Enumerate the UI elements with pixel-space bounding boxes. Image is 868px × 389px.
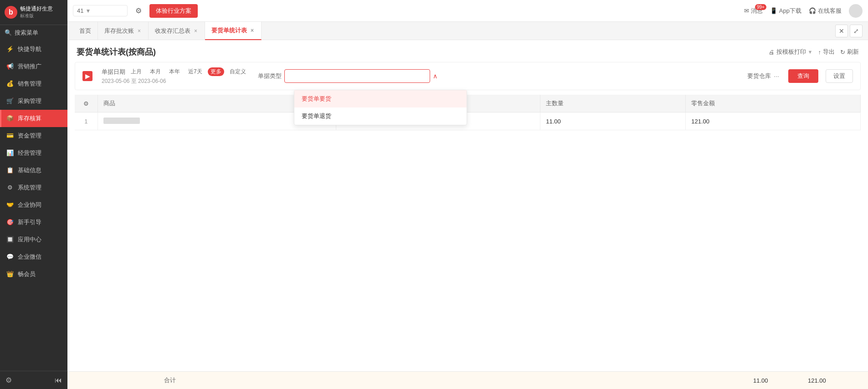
refresh-label: 刷新 bbox=[847, 48, 859, 56]
type-select-input[interactable] bbox=[284, 69, 430, 83]
logo-text-block: 畅捷通好生意 标准版 bbox=[20, 5, 53, 19]
app-download-label: App下载 bbox=[779, 7, 801, 15]
dropdown-order-goods-label: 要货单要货 bbox=[302, 95, 331, 102]
sidebar-item-member[interactable]: 👑 畅会员 bbox=[0, 266, 67, 283]
quick-nav-icon: ⚡ bbox=[6, 45, 14, 53]
finance-icon: 💳 bbox=[6, 132, 14, 140]
sidebar-item-system[interactable]: ⚙ 系统管理 bbox=[0, 179, 67, 196]
inventory-label: 库存核算 bbox=[18, 114, 41, 123]
date-label: 单据日期 bbox=[102, 68, 125, 76]
enterprise-collab-label: 企业协同 bbox=[18, 201, 41, 209]
tab-order-stats-close[interactable]: × bbox=[250, 26, 255, 35]
sidebar-item-app-center[interactable]: 🔲 应用中心 bbox=[0, 231, 67, 248]
enterprise-collab-icon: 🤝 bbox=[6, 201, 14, 209]
app-download-icon: 📱 bbox=[770, 7, 777, 14]
page-title: 要货单统计表(按商品) bbox=[77, 46, 156, 57]
search-menu-label: 搜索菜单 bbox=[15, 29, 38, 37]
sidebar-item-finance[interactable]: 💳 资金管理 bbox=[0, 127, 67, 144]
sidebar-item-inventory[interactable]: 📦 库存核算 bbox=[0, 110, 67, 127]
table-footer: 合计 11.00 121.00 bbox=[67, 371, 868, 389]
online-service-btn[interactable]: 🎧 在线客服 bbox=[809, 7, 842, 15]
sidebar-item-basic-info[interactable]: 📋 基础信息 bbox=[0, 162, 67, 179]
table-body: 1 块 11.00 121.00 bbox=[75, 113, 861, 130]
tab-inventory-batch-close[interactable]: × bbox=[137, 27, 142, 35]
date-btn-more[interactable]: 更多 bbox=[208, 67, 224, 76]
sidebar-item-enterprise-collab[interactable]: 🤝 企业协同 bbox=[0, 196, 67, 214]
date-btn-this-year[interactable]: 本年 bbox=[166, 67, 183, 77]
dropdown-item-order-return[interactable]: 要货单退货 bbox=[294, 107, 467, 125]
sidebar-search-menu[interactable]: 🔍 搜索菜单 bbox=[0, 25, 67, 41]
filter-date-group: 单据日期 上月 本月 本年 近7天 更多 自定义 2023-05-06 至 20… bbox=[102, 67, 249, 85]
sidebar-item-operations[interactable]: 📊 经营管理 bbox=[0, 144, 67, 162]
filter-expand-btn[interactable]: ▶ bbox=[82, 71, 92, 81]
inventory-icon: 📦 bbox=[6, 114, 14, 123]
message-icon: ✉ bbox=[744, 7, 749, 14]
finance-label: 资金管理 bbox=[18, 132, 41, 140]
date-btn-last-7[interactable]: 近7天 bbox=[185, 67, 205, 77]
dropdown-item-order-goods[interactable]: 要货单要货 bbox=[294, 90, 467, 107]
export-btn[interactable]: ↑ 导出 bbox=[818, 48, 835, 56]
marketing-icon: 📢 bbox=[6, 62, 14, 71]
set-btn[interactable]: 设置 bbox=[826, 69, 853, 83]
trial-btn[interactable]: 体验行业方案 bbox=[149, 4, 198, 18]
top-bar: 41 ▼ ⚙ 体验行业方案 ✉ 消息 99+ 📱 App下载 🎧 在线客服 bbox=[67, 0, 868, 22]
company-num: 41 bbox=[77, 7, 83, 14]
new-guide-icon: 🎯 bbox=[6, 218, 14, 226]
date-btn-this-month[interactable]: 本月 bbox=[147, 67, 164, 77]
company-name: 畅捷通好生意 bbox=[20, 5, 53, 13]
page-header: 要货单统计表(按商品) 🖨 按模板打印 ▼ ↑ 导出 ↻ 刷新 bbox=[67, 40, 868, 62]
page-content: 要货单统计表(按商品) 🖨 按模板打印 ▼ ↑ 导出 ↻ 刷新 bbox=[67, 40, 868, 389]
member-label: 畅会员 bbox=[18, 270, 36, 278]
col-amount: 零售金额 bbox=[686, 95, 861, 113]
purchase-icon: 🛒 bbox=[6, 97, 14, 105]
app-center-icon: 🔲 bbox=[6, 235, 14, 244]
cell-quantity: 11.00 bbox=[540, 113, 686, 130]
tab-close-all-btn[interactable]: ✕ bbox=[835, 25, 848, 37]
type-chevron-icon[interactable]: ∧ bbox=[433, 72, 437, 80]
tabs-bar: 首页 库存批次账 × 收发存汇总表 × 要货单统计表 × ✕ ⤢ bbox=[67, 22, 868, 40]
tab-receivable-summary[interactable]: 收发存汇总表 × bbox=[149, 22, 205, 40]
col-settings[interactable]: ⚙ bbox=[75, 95, 98, 113]
sidebar-logo: b 畅捷通好生意 标准版 bbox=[0, 0, 67, 25]
sidebar-item-purchase[interactable]: 🛒 采购管理 bbox=[0, 92, 67, 110]
tab-inventory-batch[interactable]: 库存批次账 × bbox=[98, 22, 149, 40]
app-download-btn[interactable]: 📱 App下载 bbox=[770, 7, 801, 15]
dropdown-order-return-label: 要货单退货 bbox=[302, 113, 331, 119]
basic-info-icon: 📋 bbox=[6, 166, 14, 174]
message-btn[interactable]: ✉ 消息 99+ bbox=[744, 7, 763, 15]
sidebar-item-enterprise-wechat[interactable]: 💬 企业微信 bbox=[0, 248, 67, 266]
warehouse-more-icon[interactable]: ··· bbox=[774, 72, 779, 80]
date-btn-last-month[interactable]: 上月 bbox=[128, 67, 144, 77]
company-selector[interactable]: 41 ▼ bbox=[73, 5, 128, 16]
sidebar-item-new-guide[interactable]: 🎯 新手引导 bbox=[0, 214, 67, 231]
query-btn[interactable]: 查询 bbox=[788, 69, 818, 83]
page-header-actions: 🖨 按模板打印 ▼ ↑ 导出 ↻ 刷新 bbox=[769, 48, 859, 56]
print-btn[interactable]: 🖨 按模板打印 ▼ bbox=[769, 48, 813, 56]
tab-expand-btn[interactable]: ⤢ bbox=[850, 25, 863, 37]
data-table: ⚙ 商品 主计量单位 主数量 零售金额 1 块 11.00 bbox=[75, 95, 861, 130]
topbar-settings-btn[interactable]: ⚙ bbox=[131, 4, 146, 18]
sidebar-bottom: ⚙ ⏮ bbox=[0, 371, 67, 389]
sidebar-item-marketing[interactable]: 📢 营销推广 bbox=[0, 58, 67, 75]
tab-home[interactable]: 首页 bbox=[73, 22, 98, 40]
tab-order-stats-label: 要货单统计表 bbox=[211, 26, 247, 35]
cell-num: 1 bbox=[75, 113, 98, 130]
collapse-btn[interactable]: ⏮ bbox=[55, 376, 62, 384]
sidebar-item-quick-nav[interactable]: ⚡ 快捷导航 bbox=[0, 41, 67, 58]
refresh-btn[interactable]: ↻ 刷新 bbox=[840, 48, 859, 56]
tab-order-stats[interactable]: 要货单统计表 × bbox=[205, 22, 262, 40]
export-icon: ↑ bbox=[818, 49, 822, 56]
tab-receivable-summary-close[interactable]: × bbox=[193, 27, 198, 35]
enterprise-wechat-icon: 💬 bbox=[6, 253, 14, 261]
version-label: 标准版 bbox=[20, 13, 53, 19]
date-btn-custom[interactable]: 自定义 bbox=[227, 67, 249, 77]
settings-icon[interactable]: ⚙ bbox=[5, 376, 12, 384]
sidebar-nav: ⚡ 快捷导航 📢 营销推广 💰 销售管理 🛒 采购管理 📦 库存核算 💳 资金管… bbox=[0, 41, 67, 371]
user-avatar[interactable] bbox=[849, 4, 863, 18]
sidebar-item-sales[interactable]: 💰 销售管理 bbox=[0, 75, 67, 92]
export-label: 导出 bbox=[823, 48, 835, 56]
filter-warehouse-group: 要货仓库 ··· bbox=[747, 72, 779, 80]
top-bar-right: ✉ 消息 99+ 📱 App下载 🎧 在线客服 bbox=[744, 4, 863, 18]
system-label: 系统管理 bbox=[18, 184, 41, 192]
cell-amount: 121.00 bbox=[686, 113, 861, 130]
